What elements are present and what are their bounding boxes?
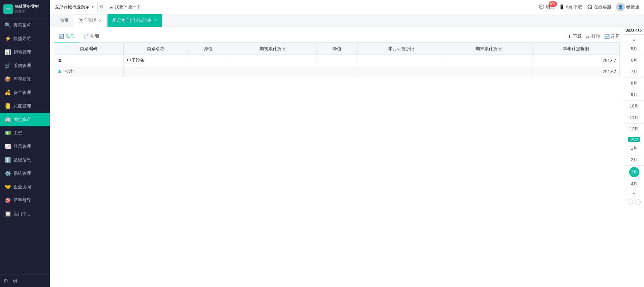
settings-bottom-icon[interactable]: ⚙ bbox=[3, 278, 8, 284]
sidebar-item-search[interactable]: 🔍 搜索菜单 bbox=[0, 19, 50, 32]
depreciation-table: 类别编码 类别名称 原值 期初累计折旧 净值 本月计提折旧 期末累计折旧 本年计… bbox=[54, 43, 620, 77]
sidebar-item-basic-info[interactable]: ℹ️ 基础信息 bbox=[0, 153, 50, 167]
month-8[interactable]: 8月 bbox=[624, 78, 644, 89]
tab-depreciation-close[interactable]: ✕ bbox=[154, 18, 157, 23]
month-7[interactable]: 7月 bbox=[624, 66, 644, 78]
date-panel-title: 2023.03 bbox=[626, 29, 640, 33]
messages-button[interactable]: 💬 消息 99+ bbox=[539, 4, 554, 10]
avatar: 👤 bbox=[616, 3, 625, 11]
sidebar-item-system[interactable]: ⚙️ 系统管理 bbox=[0, 167, 50, 180]
sidebar-item-guide[interactable]: 🎯 新手引导 bbox=[0, 194, 50, 207]
messages-badge: 99+ bbox=[549, 1, 557, 7]
print-button[interactable]: 🖨 打印 bbox=[586, 33, 600, 39]
tab-home[interactable]: 首页 bbox=[55, 14, 74, 27]
sub-tab-detail[interactable]: 📄 明细 bbox=[79, 30, 104, 42]
nav-up-circle[interactable] bbox=[628, 199, 633, 205]
company-name: 医疗器械行业演示 bbox=[55, 4, 90, 10]
month-1[interactable]: 1月 bbox=[624, 143, 644, 154]
date-panel-close-icon[interactable]: ✕ bbox=[640, 28, 643, 33]
sub-tabs: 🔄 汇总 📄 明细 ⬇ 下载 🖨 打印 bbox=[54, 30, 620, 43]
sidebar-item-sales[interactable]: 📊 销售管理 bbox=[0, 45, 50, 59]
collapse-icon[interactable]: ⏮ bbox=[11, 277, 18, 284]
tabbar: 首页 资产管理 ✕ 固定资产折旧统计表 ✕ bbox=[50, 14, 644, 27]
sidebar-item-app-center[interactable]: 🔲 应用中心 bbox=[0, 207, 50, 221]
col-monthly-dep: 本月计提折旧 bbox=[358, 43, 445, 55]
total-label: ⊞ 合计： bbox=[54, 66, 124, 77]
month-12[interactable]: 12月 bbox=[624, 124, 644, 135]
content-wrapper: 🔄 汇总 📄 明细 ⬇ 下载 🖨 打印 bbox=[50, 27, 644, 287]
search-icon: 🔍 bbox=[5, 22, 11, 28]
sidebar-item-enterprise[interactable]: 🤝 企业协同 bbox=[0, 180, 50, 194]
sidebar-item-operations[interactable]: 📈 经营管理 bbox=[0, 140, 50, 153]
month-5[interactable]: 5月 bbox=[624, 43, 644, 55]
month-4[interactable]: 4月 bbox=[624, 179, 644, 190]
settings-button[interactable]: ⚙ bbox=[97, 3, 106, 11]
sidebar-item-purchase[interactable]: 🛒 采购管理 bbox=[0, 59, 50, 72]
sidebar-item-funds[interactable]: 💰 资金管理 bbox=[0, 86, 50, 99]
message-icon: 💬 bbox=[539, 4, 544, 9]
topbar-right: 💬 消息 99+ 📱 App下载 🎧 在线客服 👤 畅捷通 bbox=[539, 3, 639, 11]
funds-icon: 💰 bbox=[5, 90, 11, 96]
row-original-value bbox=[188, 55, 229, 66]
cloud-icon: ☁ bbox=[109, 4, 113, 9]
logo-sub: 普及版 bbox=[15, 9, 39, 14]
logo-text: 畅捷通好业财 bbox=[15, 4, 39, 9]
row-code: 05 bbox=[54, 55, 124, 66]
row-annual-dep: 791.67 bbox=[532, 55, 620, 66]
experience-button[interactable]: ☁ 我要体验一下 bbox=[109, 4, 141, 10]
download-button[interactable]: ⬇ 下载 bbox=[568, 33, 582, 39]
year-2023-label[interactable]: 2023 bbox=[628, 137, 640, 142]
month-3-active[interactable]: 3月 bbox=[629, 167, 639, 177]
sidebar-item-quick-nav[interactable]: ⚡ 快捷导航 bbox=[0, 32, 50, 45]
row-opening-dep bbox=[229, 55, 316, 66]
col-annual-dep: 本年计提折旧 bbox=[532, 43, 620, 55]
settings-icon: ⚙ bbox=[100, 4, 104, 9]
tab-asset-management[interactable]: 资产管理 ✕ bbox=[74, 14, 107, 27]
dropdown-icon: ▼ bbox=[91, 5, 95, 9]
tab-asset-close[interactable]: ✕ bbox=[99, 19, 102, 23]
toolbar: ⬇ 下载 🖨 打印 🔄 刷新 bbox=[568, 31, 620, 42]
month-2[interactable]: 2月 bbox=[624, 154, 644, 166]
row-name: 电子设备 bbox=[123, 55, 188, 66]
tab-depreciation-table[interactable]: 固定资产折旧统计表 ✕ bbox=[108, 14, 162, 27]
total-row: ⊞ 合计： 791.67 bbox=[54, 66, 620, 77]
refresh-button[interactable]: 🔄 刷新 bbox=[604, 33, 620, 39]
sidebar-item-payroll[interactable]: 💵 工资 bbox=[0, 126, 50, 140]
date-panel-header: 2023.03 ✕ ⛶ bbox=[624, 27, 644, 35]
operations-icon: 📈 bbox=[5, 144, 11, 150]
tab-asset-label: 资产管理 bbox=[79, 18, 96, 24]
topbar-left: 医疗器械行业演示 ▼ ⚙ ☁ 我要体验一下 bbox=[55, 3, 141, 11]
col-closing-dep: 期末累计折旧 bbox=[445, 43, 532, 55]
detail-icon: 📄 bbox=[84, 34, 89, 39]
print-icon: 🖨 bbox=[586, 34, 590, 39]
month-11[interactable]: 11月 bbox=[624, 112, 644, 124]
scroll-down-button[interactable]: ▼ bbox=[631, 190, 638, 197]
sidebar-item-fixed-assets[interactable]: 🏢 固定资产 bbox=[0, 113, 50, 126]
online-service-button[interactable]: 🎧 在线客服 bbox=[587, 4, 611, 10]
app-download-button[interactable]: 📱 App下载 bbox=[559, 4, 582, 10]
sidebar-item-ledger[interactable]: 📒 总账管理 bbox=[0, 99, 50, 113]
sidebar-header: AtA 畅捷通好业财 普及版 bbox=[0, 0, 50, 19]
sidebar-item-inventory[interactable]: 📦 库存核算 bbox=[0, 72, 50, 86]
month-9[interactable]: 9月 bbox=[624, 89, 644, 101]
download-icon: 📱 bbox=[559, 4, 564, 9]
main-area: 医疗器械行业演示 ▼ ⚙ ☁ 我要体验一下 💬 消息 99+ 📱 App下载 bbox=[50, 0, 644, 287]
guide-icon: 🎯 bbox=[5, 197, 11, 203]
company-selector[interactable]: 医疗器械行业演示 ▼ bbox=[55, 4, 95, 10]
nav-down-circle[interactable] bbox=[635, 199, 641, 205]
sub-tab-summary[interactable]: 🔄 汇总 bbox=[54, 30, 79, 42]
system-icon: ⚙️ bbox=[5, 170, 11, 177]
user-menu[interactable]: 👤 畅捷通 bbox=[616, 3, 639, 11]
sales-icon: 📊 bbox=[5, 49, 11, 55]
date-panel: 2023.03 ✕ ⛶ ▲ 5月 6月 7月 8月 9月 10月 11月 12月 bbox=[624, 27, 644, 287]
main-content: 🔄 汇总 📄 明细 ⬇ 下载 🖨 打印 bbox=[50, 27, 624, 287]
col-net-value: 净值 bbox=[316, 43, 358, 55]
app-center-icon: 🔲 bbox=[5, 211, 11, 217]
month-6[interactable]: 6月 bbox=[624, 55, 644, 66]
fixed-assets-icon: 🏢 bbox=[5, 117, 11, 123]
download-icon2: ⬇ bbox=[568, 34, 572, 39]
month-10[interactable]: 10月 bbox=[624, 101, 644, 112]
sidebar-nav: 🔍 搜索菜单 ⚡ 快捷导航 📊 销售管理 🛒 采购管理 📦 库存核算 💰 资金管… bbox=[0, 19, 50, 274]
sidebar-bottom: ⚙ ⏮ bbox=[0, 274, 50, 287]
scroll-up-button[interactable]: ▲ bbox=[631, 36, 638, 43]
